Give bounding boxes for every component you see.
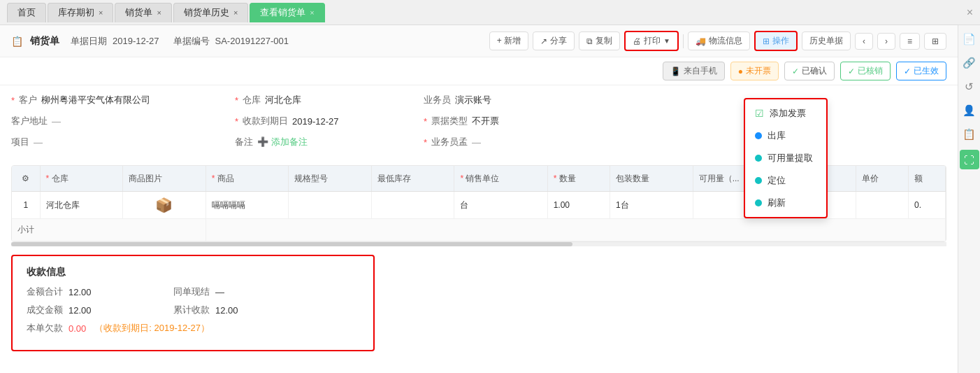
deal-amount-item: 成交金额 12.00: [27, 304, 152, 316]
cancel-status-button[interactable]: ✓ 已核销: [840, 62, 891, 80]
avail-dot: [755, 155, 762, 162]
cell-seq: 1: [12, 192, 40, 219]
payment-title: 收款信息: [27, 266, 359, 279]
main-content: 📋 销货单 单据日期 2019-12-27 单据编号 SA-20191227-0…: [0, 25, 958, 373]
tab-inventory-init[interactable]: 库存期初 ×: [48, 3, 113, 22]
prev-button[interactable]: ‹: [855, 33, 873, 50]
share-button[interactable]: ↗ 分享: [533, 31, 575, 50]
subtotal-values: [206, 219, 945, 241]
sidebar-icon-clipboard[interactable]: 📋: [961, 126, 978, 143]
same-order-item: 同单现结 —: [173, 286, 299, 298]
logistics-button[interactable]: 🚚 物流信息: [688, 31, 750, 50]
project-field: 项目 —: [11, 136, 221, 148]
sidebar-icon-doc[interactable]: 📄: [961, 31, 978, 48]
operate-dropdown: ☑ 添加发票 出库 可用量提取 定位: [744, 98, 828, 218]
payment-row-3: 本单欠款 0.00 （收款到期日: 2019-12-27）: [27, 322, 359, 335]
tab-home[interactable]: 首页: [7, 3, 46, 22]
dropdown-item-invoice[interactable]: ☑ 添加发票: [745, 102, 826, 125]
col-pack-qty: 包装数量: [610, 166, 693, 192]
tab-sales-history[interactable]: 销货单历史 ×: [173, 3, 248, 22]
close-tab-view-sales[interactable]: ×: [310, 8, 314, 17]
phone-icon: 📱: [670, 66, 681, 76]
date-label: 单据日期 2019-12-27: [71, 35, 159, 48]
total-collected-item: 累计收款 12.00: [173, 304, 299, 316]
col-product: * 商品: [206, 166, 289, 192]
col-min-stock: 最低库存: [371, 166, 454, 192]
sidebar-icon-user[interactable]: 👤: [961, 102, 978, 119]
operate-button[interactable]: ⊞ 操作: [754, 31, 798, 51]
gear-icon[interactable]: ⚙: [19, 171, 33, 185]
close-tab-sales[interactable]: ×: [157, 8, 161, 17]
sidebar-icon-link[interactable]: 🔗: [961, 55, 978, 71]
doc-header: 📋 销货单 单据日期 2019-12-27 单据编号 SA-20191227-0…: [0, 25, 958, 57]
doc-title-area: 📋 销货单 单据日期 2019-12-27 单据编号 SA-20191227-0…: [11, 35, 289, 48]
tab-sales-order[interactable]: 销货单 ×: [115, 3, 171, 22]
dropdown-item-outbound[interactable]: 出库: [745, 125, 826, 147]
dropdown-item-avail[interactable]: 可用量提取: [745, 147, 826, 169]
refresh-dot: [755, 199, 762, 206]
tab-view-sales[interactable]: 查看销货单 ×: [250, 3, 324, 22]
list-view-button[interactable]: ≡: [900, 33, 920, 50]
cell-qty: 1.00: [547, 192, 610, 219]
payment-row-2: 成交金额 12.00 累计收款 12.00: [27, 304, 359, 316]
col-warehouse: * 仓库: [40, 166, 123, 192]
cell-unit: 台: [454, 192, 547, 219]
invoice-icon: ☑: [755, 108, 764, 119]
history-button[interactable]: 历史单据: [802, 31, 851, 50]
new-button[interactable]: + 新增: [489, 31, 528, 50]
doc-title: 销货单: [30, 35, 59, 48]
cell-image: 📦: [123, 192, 206, 219]
subtotal-label: 小计: [12, 219, 206, 241]
second-toolbar: 📱 来自手机 ● 未开票 ✓ 已确认 ✓ 已核销 ✓ 已生效: [0, 57, 958, 85]
locate-dot: [755, 177, 762, 184]
col-price: 单价: [856, 166, 909, 192]
customer-field: * 客户 柳州粤港平安气体有限公司: [11, 94, 221, 106]
logistics-icon: 🚚: [696, 36, 706, 46]
table-scroll-hint: [11, 242, 946, 246]
staff-field: 业务员 演示账号: [424, 94, 563, 106]
cell-price: [856, 192, 909, 219]
invoice-status-button[interactable]: ● 未开票: [730, 62, 779, 80]
sidebar-icon-sync[interactable]: ↺: [961, 78, 978, 95]
phone-button[interactable]: 📱 来自手机: [663, 62, 725, 80]
effect-status-button[interactable]: ✓ 已生效: [896, 62, 946, 80]
confirm-button[interactable]: ✓ 已确认: [784, 62, 835, 80]
tab-bar: 首页 库存期初 × 销货单 × 销货单历史 × 查看销货单 × ×: [0, 0, 980, 25]
payment-box: 收款信息 金额合计 12.00 同单现结 — 成交金额 12.00 累计收款: [11, 255, 375, 351]
number-label: 单据编号 SA-20191227-001: [173, 35, 289, 48]
table-scroll-bar[interactable]: [11, 242, 572, 246]
due-note: （收款到期日: 2019-12-27）: [94, 322, 210, 335]
copy-button[interactable]: ⧉ 复制: [579, 31, 620, 50]
col-spec: 规格型号: [289, 166, 372, 192]
toolbar-divider: [683, 34, 684, 48]
product-image: 📦: [155, 197, 173, 213]
grid-view-button[interactable]: ⊞: [924, 33, 946, 50]
invoice-status-icon: ●: [738, 66, 743, 76]
right-sidebar: 📄 🔗 ↺ 👤 📋 ⛶: [958, 25, 980, 373]
outbound-dot: [755, 132, 762, 139]
dropdown-item-locate[interactable]: 定位: [745, 169, 826, 192]
cell-spec: [289, 192, 372, 219]
next-button[interactable]: ›: [877, 33, 895, 50]
close-tab-sales-history[interactable]: ×: [233, 8, 238, 17]
payment-row-1: 金额合计 12.00 同单现结 —: [27, 286, 359, 298]
subtotal-row: 小计: [12, 219, 946, 241]
due-date-field: * 收款到期日 2019-12-27: [235, 115, 410, 127]
copy-icon: ⧉: [586, 36, 593, 46]
doc-icon: 📋: [11, 36, 23, 47]
col-amount: 额: [909, 166, 946, 192]
print-button[interactable]: 🖨 打印 ▼: [624, 31, 679, 51]
col-unit: * 销售单位: [454, 166, 547, 192]
dropdown-item-refresh[interactable]: 刷新: [745, 192, 826, 214]
add-note-button[interactable]: ➕ 添加备注: [257, 136, 308, 148]
share-icon: ↗: [540, 36, 547, 46]
sidebar-icon-expand[interactable]: ⛶: [960, 150, 979, 169]
amount-total-item: 金额合计 12.00: [27, 286, 152, 298]
col-gear[interactable]: ⚙: [12, 166, 40, 192]
cell-warehouse: 河北仓库: [40, 192, 123, 219]
cell-product: 嗝嗝嗝嗝: [206, 192, 289, 219]
cell-min-stock: [371, 192, 454, 219]
window-close-button[interactable]: ×: [967, 6, 973, 19]
address-field: 客户地址 —: [11, 115, 221, 127]
close-tab-inventory[interactable]: ×: [99, 8, 103, 17]
